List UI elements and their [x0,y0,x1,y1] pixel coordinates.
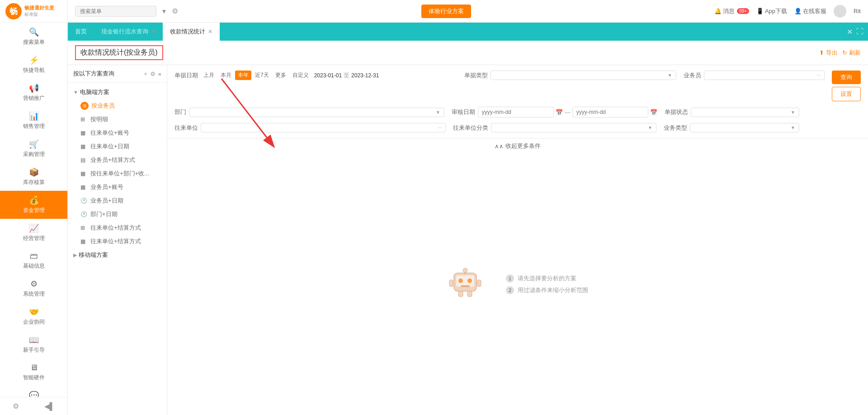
scheme-item-salesperson[interactable]: 按 按业务员 [68,99,167,113]
date-tab-7days[interactable]: 近7天 [252,71,272,80]
sidebar-item-base[interactable]: 🗃 基础信息 [0,247,67,274]
marketing-icon: 📢 [29,83,39,93]
salesperson-arrow: ··· [817,73,821,78]
counterpart-select[interactable]: ··· [201,123,446,132]
sidebar-item-quick[interactable]: ⚡ 快捷导航 [0,51,67,79]
tabbar-actions: ✕ ⛶ [847,28,863,36]
scheme-item-unit-date[interactable]: ▦ 往来单位+日期 [68,140,167,153]
sidebar-bottom: ⚙ ◀▌ [0,397,67,415]
inventory-icon: 📦 [29,167,39,177]
unit-date-icon: ▦ [80,143,88,150]
scheme-item-detail[interactable]: ⊞ 按明细 [68,113,167,126]
tip-num-2: 2 [506,286,514,294]
settings-button[interactable]: 设置 [832,87,861,101]
logo-icon: 畅 [5,3,22,19]
empty-robot-icon [447,264,488,305]
export-icon: ⬆ [819,49,824,56]
query-button[interactable]: 查询 [832,71,861,84]
counterpart-category-select[interactable]: ▼ [491,123,656,132]
doc-status-select[interactable]: ▼ [691,108,799,117]
notification-icon[interactable]: 🔔 消息 99+ [714,7,749,15]
close-window-icon[interactable]: ✕ [847,28,853,36]
trial-button[interactable]: 体验行业方案 [421,5,471,18]
user-name: Rit [854,8,861,14]
sidebar-item-sales[interactable]: 📊 销售管理 [0,107,67,135]
counterpart-category-label: 往来单位分类 [453,124,488,132]
base-icon: 🗃 [30,251,38,261]
dept-select[interactable]: ▼ [189,108,444,117]
system-icon: ⚙ [30,279,38,289]
scheme-collapse-icon[interactable]: « [158,71,161,77]
scheme-item-salesperson-date-label: 业务员+日期 [90,197,123,205]
export-button[interactable]: ⬆ 导出 [819,49,838,57]
page-header: 收款情况统计(按业务员) ⬆ 导出 ↻ 刷新 [68,41,868,65]
tab-bank-close[interactable]: ✕ [151,28,156,35]
scheme-group-header-desktop[interactable]: ▼ 电脑端方案 [68,85,167,99]
sidebar-item-corp[interactable]: 🤝 企业协同 [0,302,67,330]
scheme-item-salesperson-date[interactable]: 🕐 业务员+日期 [68,194,167,208]
salesperson-label: 业务员 [684,71,701,80]
scheme-settings-icon[interactable]: ⚙ [150,71,156,77]
sidebar-item-hardware[interactable]: 🖥 智能硬件 [0,358,67,386]
tab-collection-close[interactable]: ✕ [208,28,212,35]
sidebar-item-search[interactable]: 🔍 搜索菜单 [0,23,67,51]
scheme-item-salesperson-label: 按业务员 [91,102,115,110]
sidebar-item-ops[interactable]: 📈 经营管理 [0,219,67,247]
sidebar-label-purchase: 采购管理 [23,151,45,158]
scheme-item-salesperson-settlement[interactable]: ▤ 业务员+结算方式 [68,153,167,167]
scheme-item-salesperson-acct[interactable]: ▦ 业务员+账号 [68,180,167,194]
settings-bottom-icon[interactable]: ⚙ [13,402,19,410]
tab-home[interactable]: 首页 [68,23,94,41]
settings-icon[interactable]: ⚙ [172,7,178,15]
sidebar-item-wechat[interactable]: 💬 企业微信 [0,386,67,397]
sidebar-item-marketing[interactable]: 📢 营销推广 [0,79,67,107]
page-actions: ⬆ 导出 ↻ 刷新 [819,49,861,57]
date-tab-last-month[interactable]: 上月 [201,71,217,80]
salesperson-select[interactable]: ··· [704,71,825,80]
svg-rect-8 [467,291,472,297]
scheme-item-unit-account[interactable]: ▦ 往来单位+账号 [68,126,167,140]
sidebar-item-guide[interactable]: 📖 新手引导 [0,330,67,358]
doc-type-label: 单据类型 [464,71,488,80]
tab-collection[interactable]: 收款情况统计 ✕ [163,23,220,41]
ops-icon: 📈 [29,223,39,233]
online-service-icon[interactable]: 👤 在线客服 [794,7,826,15]
sidebar-item-purchase[interactable]: 🛒 采购管理 [0,135,67,163]
date-tab-this-year[interactable]: 本年 [235,71,251,80]
review-date-to[interactable] [572,107,648,118]
refresh-button[interactable]: ↻ 刷新 [842,49,861,57]
scheme-header: 按以下方案查询 + ⚙ « [68,65,167,83]
biz-type-select[interactable]: ▼ [690,123,799,132]
date-tab-more[interactable]: 更多 [273,71,289,80]
date-to: 2023-12-31 [351,72,379,79]
sidebar-item-inventory[interactable]: 📦 库存核算 [0,163,67,191]
scheme-item-unit-settlement2[interactable]: ▦ 往来单位+结算方式 [68,235,167,248]
scheme-group-header-mobile[interactable]: ▶ 移动端方案 [68,248,167,262]
scheme-item-unit-settlement1[interactable]: ⊞ 往来单位+结算方式 [68,221,167,235]
notification-badge: 99+ [737,8,749,14]
finance-icon: 💰 [29,195,39,205]
review-date-from[interactable] [478,107,554,118]
date-tab-this-month[interactable]: 本月 [218,71,234,80]
collapse-sidebar-icon[interactable]: ◀▌ [44,402,55,410]
tab-bank[interactable]: 现金银行流水查询 ✕ [94,23,163,41]
counterpart-category-arrow: ▼ [648,125,652,130]
collapse-bar[interactable]: ∧∧ 收起更多条件 [167,138,868,154]
sidebar-label-quick: 快捷导航 [23,66,45,74]
date-tabs-group: 上月 本月 本年 近7天 更多 自定义 [201,71,311,80]
dropdown-icon[interactable]: ▼ [161,8,167,15]
scheme-item-unit-dept[interactable]: ▦ 按往来单位+部门+收... [68,167,167,180]
user-avatar[interactable] [834,5,846,18]
clock-icon1: 🕐 [80,198,88,204]
tip-text-2: 用过滤条件来缩小分析范围 [518,286,588,294]
app-download-icon[interactable]: 📱 App下载 [756,7,787,15]
sidebar-item-system[interactable]: ⚙ 系统管理 [0,274,67,302]
date-tab-custom[interactable]: 自定义 [290,71,311,80]
breadcrumb-input[interactable] [75,6,156,17]
scheme-add-icon[interactable]: + [144,71,147,77]
sidebar-item-finance[interactable]: 💰 资金管理 [0,191,67,219]
sidebar-label-system: 系统管理 [23,290,45,298]
scheme-item-dept-date[interactable]: 🕐 部门+日期 [68,208,167,221]
maximize-icon[interactable]: ⛶ [856,28,863,36]
doc-type-select[interactable]: ▼ [491,71,676,80]
